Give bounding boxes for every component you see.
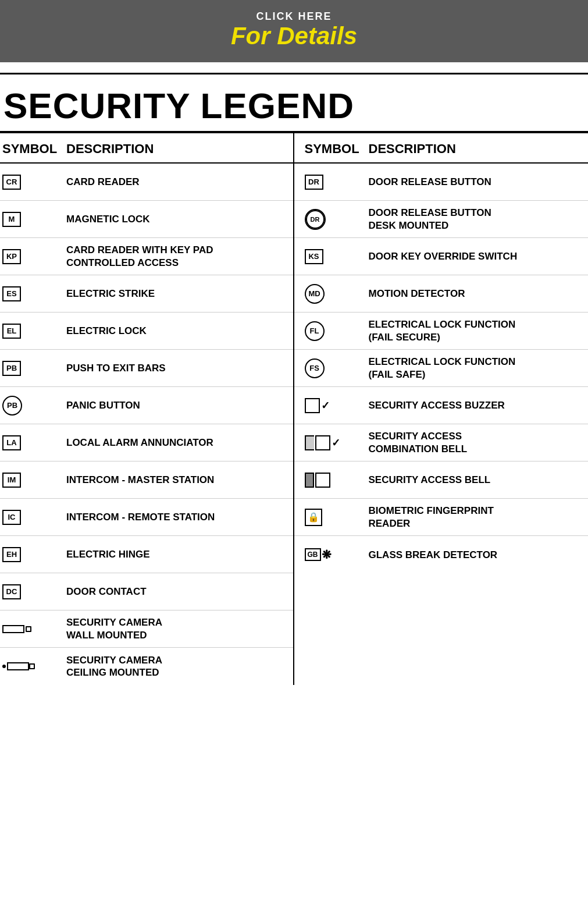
left-column: SYMBOL DESCRIPTION CR CARD READER M MAGN…: [0, 133, 294, 685]
left-desc-header: DESCRIPTION: [66, 141, 154, 157]
camera-ceil-lens: [29, 663, 35, 669]
list-item: 🔒 BIOMETRIC FINGERPRINTREADER: [294, 499, 589, 536]
bell-square: [315, 473, 330, 488]
desc-pb-box: PUSH TO EXIT BARS: [66, 362, 293, 374]
click-here-text: CLICK HERE: [0, 10, 588, 23]
camera-wall-body: [2, 625, 24, 633]
symbol-el: EL: [2, 324, 21, 339]
desc-ks: DOOR KEY OVERRIDE SWITCH: [369, 250, 589, 262]
symbol-cell: DR: [305, 175, 369, 190]
list-item: KS DOOR KEY OVERRIDE SWITCH: [294, 238, 589, 275]
symbol-cell: EH: [2, 547, 66, 562]
desc-camera-ceil: SECURITY CAMERACEILING MOUNTED: [66, 654, 293, 679]
desc-fl: ELECTRICAL LOCK FUNCTION(FAIL SECURE): [369, 318, 589, 343]
camera-wall-lens: [26, 626, 31, 632]
desc-dr-box: DOOR RELEASE BUTTON: [369, 176, 589, 188]
left-sym-header: SYMBOL: [2, 141, 66, 157]
camera-ceil-body: [7, 662, 29, 670]
footer-space: [0, 685, 588, 732]
page-title: SECURITY LEGEND: [0, 74, 588, 131]
symbol-cell: M: [2, 212, 66, 227]
symbol-dr-circle: DR: [305, 209, 326, 230]
desc-glass: GLASS BREAK DETECTOR: [369, 549, 589, 561]
list-item: SECURITY ACCESS BELL: [294, 461, 589, 499]
symbol-dr-box: DR: [305, 175, 323, 190]
desc-ic: INTERCOM - REMOTE STATION: [66, 511, 293, 523]
desc-buzzer: SECURITY ACCESS BUZZER: [369, 399, 589, 411]
symbol-buzzer: ✓: [305, 398, 330, 413]
list-item: DR DOOR RELEASE BUTTON: [294, 164, 589, 201]
bell-combo-half: [305, 435, 314, 450]
right-column: SYMBOL DESCRIPTION DR DOOR RELEASE BUTTO…: [294, 133, 589, 685]
symbol-cell: DC: [2, 584, 66, 599]
desc-magnetic-lock: MAGNETIC LOCK: [66, 213, 293, 225]
glass-lines: ❋: [322, 549, 332, 560]
list-item: ES ELECTRIC STRIKE: [0, 275, 293, 313]
list-item: KP CARD READER WITH KEY PADCONTROLLED AC…: [0, 238, 293, 275]
symbol-cell: [2, 625, 66, 633]
desc-md: MOTION DETECTOR: [369, 287, 589, 300]
list-item: EL ELECTRIC LOCK: [0, 313, 293, 350]
symbol-ic: IC: [2, 510, 21, 525]
symbol-cell: KS: [305, 249, 369, 264]
desc-es: ELECTRIC STRIKE: [66, 287, 293, 300]
list-item: ✓ SECURITY ACCESS BUZZER: [294, 387, 589, 424]
symbol-cr: CR: [2, 175, 21, 190]
list-item: MD MOTION DETECTOR: [294, 275, 589, 313]
symbol-fs: FS: [305, 358, 325, 378]
list-item: M MAGNETIC LOCK: [0, 201, 293, 238]
symbol-bell: [305, 473, 330, 488]
symbol-pb-circle: PB: [2, 396, 22, 416]
camera-ceil-dot: [2, 665, 6, 668]
bell-fill: [305, 473, 314, 488]
header[interactable]: CLICK HERE For Details: [0, 0, 588, 62]
symbol-im: IM: [2, 473, 21, 488]
symbol-bio: 🔒: [305, 509, 322, 526]
symbol-glass: GB ❋: [305, 548, 332, 561]
symbol-cell: GB ❋: [305, 548, 369, 561]
list-item: CR CARD READER: [0, 164, 293, 201]
symbol-cell: IC: [2, 510, 66, 525]
desc-fs: ELECTRICAL LOCK FUNCTION(FAIL SAFE): [369, 356, 589, 381]
desc-dc: DOOR CONTACT: [66, 585, 293, 598]
desc-el: ELECTRIC LOCK: [66, 325, 293, 337]
symbol-fl: FL: [305, 321, 325, 341]
desc-card-reader: CARD READER: [66, 176, 293, 188]
symbol-eh: EH: [2, 547, 21, 562]
symbol-cell: DR: [305, 209, 369, 230]
list-item: IM INTERCOM - MASTER STATION: [0, 461, 293, 499]
for-details-text: For Details: [0, 23, 588, 49]
desc-bio: BIOMETRIC FINGERPRINTREADER: [369, 505, 589, 530]
list-item: ✓ SECURITY ACCESSCOMBINATION BELL: [294, 424, 589, 461]
list-item: DR DOOR RELEASE BUTTONDESK MOUNTED: [294, 201, 589, 238]
right-desc-header: DESCRIPTION: [369, 141, 456, 157]
list-item: GB ❋ GLASS BREAK DETECTOR: [294, 536, 589, 573]
symbol-cell: FL: [305, 321, 369, 341]
desc-bell: SECURITY ACCESS BELL: [369, 474, 589, 486]
symbol-es: ES: [2, 286, 21, 301]
list-item: FS ELECTRICAL LOCK FUNCTION(FAIL SAFE): [294, 350, 589, 387]
desc-camera-wall: SECURITY CAMERAWALL MOUNTED: [66, 616, 293, 641]
desc-bell-combo: SECURITY ACCESSCOMBINATION BELL: [369, 430, 589, 455]
symbol-cell: LA: [2, 435, 66, 450]
symbol-cell: ✓: [305, 398, 369, 413]
symbol-md: MD: [305, 284, 325, 304]
symbol-la: LA: [2, 435, 21, 450]
symbol-cell: [2, 662, 66, 670]
list-item: IC INTERCOM - REMOTE STATION: [0, 499, 293, 536]
symbol-cell: 🔒: [305, 509, 369, 526]
desc-pb-circle: PANIC BUTTON: [66, 399, 293, 411]
glass-box: GB: [305, 548, 321, 561]
symbol-cell: PB: [2, 396, 66, 416]
symbol-camera-wall: [2, 625, 31, 633]
desc-dr-circle: DOOR RELEASE BUTTONDESK MOUNTED: [369, 207, 589, 232]
symbol-ks: KS: [305, 249, 323, 264]
symbol-cell: FS: [305, 358, 369, 378]
list-item: PB PUSH TO EXIT BARS: [0, 350, 293, 387]
symbol-cell: CR: [2, 175, 66, 190]
symbol-dc: DC: [2, 584, 21, 599]
desc-la: LOCAL ALARM ANNUNCIATOR: [66, 436, 293, 449]
bell-combo-check: ✓: [332, 436, 340, 449]
desc-kp: CARD READER WITH KEY PADCONTROLLED ACCES…: [66, 244, 293, 269]
symbol-camera-ceil: [2, 662, 35, 670]
